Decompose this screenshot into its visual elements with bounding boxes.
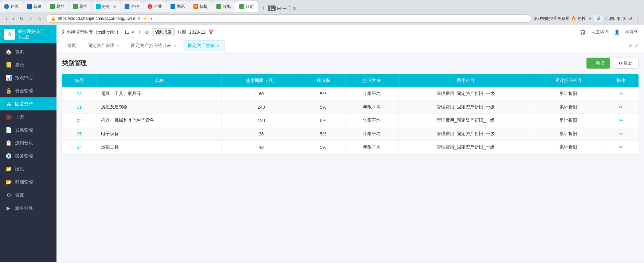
add-account-icon[interactable]: ＋ — [137, 28, 142, 36]
cell-period: 120 — [221, 114, 301, 127]
browser-tab-8[interactable]: 腾讯 — [166, 1, 189, 12]
grid-icon[interactable]: ⊞ — [617, 16, 620, 21]
sidebar-item-fund[interactable]: 🔒 资金管理 — [0, 84, 56, 97]
dropdown-icon[interactable]: ▾ — [132, 30, 134, 35]
browser-tab-7[interactable]: C 企业 — [143, 1, 166, 12]
sidebar-item-invoice[interactable]: 📄 发票管理 — [0, 123, 56, 136]
browser-tab-2[interactable]: 新建 — [23, 1, 46, 12]
cell-action[interactable]: ✏ — [604, 127, 639, 141]
browser-tab-1[interactable]: 在线 — [0, 1, 23, 12]
cell-code[interactable]: 04 — [62, 141, 97, 154]
sidebar-item-settle[interactable]: 📁 结账 — [0, 163, 56, 176]
wallet-icon[interactable]: ¥ — [605, 16, 607, 21]
back-button[interactable]: ‹ — [4, 14, 9, 23]
lightning-icon: ⚡ — [142, 16, 148, 21]
sidebar-label-tax: 税务管理 — [15, 153, 33, 159]
sidebar-label-fund: 资金管理 — [15, 88, 33, 94]
tab-window-close-icon[interactable]: ✕ — [628, 43, 632, 48]
sidebar-item-stock[interactable]: 📋 进销台账 — [0, 136, 56, 150]
switch-old-button[interactable]: 切到旧版 — [152, 28, 175, 36]
url-dropdown-icon[interactable]: ▾ — [150, 16, 152, 21]
search-label: 360智能抠图免费用 — [534, 16, 570, 22]
sidebar-item-salary[interactable]: 💼 工资 — [0, 110, 56, 123]
translate-icon[interactable]: 译 — [594, 15, 603, 22]
more-icon[interactable]: ⋮ — [634, 15, 640, 22]
cell-accum: 累计折旧 — [533, 141, 604, 154]
table-row: 01 房屋及建筑物 240 5% 年限平均 管理费用_固定资产折旧_一级 累计折… — [62, 100, 639, 114]
edit-icon[interactable]: ✏ — [619, 131, 623, 136]
sidebar-item-tax[interactable]: 💿 税务管理 — [0, 150, 56, 163]
fixed-icon: 🖨 — [5, 101, 12, 107]
cell-action[interactable]: ✏ — [604, 141, 639, 154]
cell-code[interactable]: 02 — [62, 114, 97, 127]
cell-accum: 累计折旧 — [533, 87, 604, 100]
cell-action[interactable]: ✏ — [604, 114, 639, 127]
tab-fixed-category-label: 固定资产类别 — [188, 43, 215, 49]
cell-code[interactable]: 01 — [62, 100, 97, 114]
col-header-action: 操作 — [604, 74, 639, 87]
tab-fixed-depreciation[interactable]: 固定资产折旧统计表 ✕ — [126, 40, 181, 51]
minimize-icon[interactable]: ─ — [282, 5, 286, 11]
scissors-icon[interactable]: ✂ — [589, 16, 592, 21]
edit-icon[interactable]: ✏ — [619, 144, 623, 150]
table-header-row: 编号 名称 使用期限（月） 残值率 折旧方法 费用科目 累计折旧科目 操作 — [62, 74, 639, 87]
browser-tab-5[interactable]: 好会 ✕ — [92, 1, 120, 12]
settings-icon[interactable]: ⚙ — [145, 29, 149, 35]
home-button[interactable]: ⌂ — [28, 14, 33, 23]
tab-home[interactable]: 首页 — [62, 40, 81, 51]
cell-expense: 管理费用_固定资产折旧_一级 — [398, 127, 533, 141]
sidebar-item-settings[interactable]: ⚙ 设置 — [0, 189, 56, 202]
site-info-icon[interactable]: ⊞ — [137, 16, 140, 21]
period-value: 2023-12 — [189, 29, 205, 35]
sidebar-item-archive[interactable]: 📂 归档管理 — [0, 176, 56, 189]
hot-icon: 🔥 — [571, 16, 576, 21]
game-icon[interactable]: 🎮 — [609, 16, 615, 21]
close-tab-fixed-mgmt-icon[interactable]: ✕ — [116, 44, 119, 48]
browser-tab-4[interactable]: 易代 — [69, 1, 91, 12]
edit-icon[interactable]: ✏ — [619, 118, 623, 123]
browser-tab-6[interactable]: 个税 — [121, 1, 143, 12]
sidebar-item-report[interactable]: 📊 报表中心 — [0, 71, 56, 84]
brightness-icon[interactable]: ☀ — [622, 16, 627, 21]
app-container: 会 畅捷通好会计 专业版 🏠 首页 📒 总账 📊 报表中心 🔒 资金管理 — [0, 25, 644, 262]
refresh-btn[interactable]: ↻ 刷新 — [613, 58, 639, 69]
sidebar-item-ledger[interactable]: 📒 总账 — [0, 58, 56, 71]
tab-window-max-icon[interactable]: ⤢ — [634, 43, 639, 48]
sidebar-item-home[interactable]: 🏠 首页 — [0, 45, 56, 58]
forward-button[interactable]: › — [11, 14, 16, 23]
tab-fixed-category[interactable]: 固定资产类别 ✕ — [183, 40, 225, 51]
close-tab-5-icon[interactable]: ✕ — [113, 4, 116, 9]
tab-menu-icon[interactable]: ⊟ — [277, 5, 281, 11]
new-tab-button[interactable]: ＋ — [261, 4, 266, 12]
close-tab-fixed-category-icon[interactable]: ✕ — [217, 44, 220, 48]
browser-tab-10[interactable]: 各地 — [212, 1, 235, 12]
consult-label[interactable]: 人工咨询 — [591, 29, 609, 35]
browser-tab-3[interactable]: 易代 — [46, 1, 68, 12]
content-area: 类别管理 + 新增 ↻ 刷新 编号 名称 使用期限（月） 残值率 — [56, 52, 644, 262]
sidebar-item-fixed[interactable]: 🖨 固定资产 — [0, 97, 56, 110]
sidebar-item-guide[interactable]: ▶ 新手引导 — [0, 202, 56, 215]
calendar-icon[interactable]: 📅 — [208, 29, 214, 35]
address-bar: ‹ › ↻ ⌂ ☆ 🔒 https://cloud.chanjet.com/ac… — [0, 12, 644, 25]
cell-code[interactable]: 03 — [62, 87, 97, 100]
cell-action[interactable]: ✏ — [604, 100, 639, 114]
url-text: https://cloud.chanjet.com/accounting/uw1… — [58, 16, 135, 21]
url-box[interactable]: 🔒 https://cloud.chanjet.com/accounting/u… — [46, 14, 531, 23]
close-browser-icon[interactable]: ✕ — [292, 5, 296, 11]
bookmark-button[interactable]: ☆ — [36, 14, 43, 23]
tab-fixed-mgmt[interactable]: 固定资产管理 ✕ — [83, 40, 125, 51]
browser-tab-11[interactable]: 目前 — [235, 1, 258, 12]
edit-icon[interactable]: ✏ — [619, 91, 623, 96]
refresh-button[interactable]: ↻ — [18, 14, 25, 23]
close-tab-fixed-depreciation-icon[interactable]: ✕ — [173, 44, 176, 48]
cell-code[interactable]: 05 — [62, 127, 97, 141]
browser-tab-9[interactable]: M 畅提 — [189, 1, 212, 12]
cell-name: 器具、工具、家具等 — [97, 87, 222, 100]
secure-icon: 🔒 — [51, 16, 56, 21]
cell-expense: 管理费用_固定资产折旧_一级 — [398, 141, 533, 154]
maximize-icon[interactable]: □ — [288, 5, 291, 11]
cell-action[interactable]: ✏ — [604, 87, 639, 100]
add-button[interactable]: + 新增 — [586, 58, 610, 69]
edit-icon[interactable]: ✏ — [619, 104, 623, 110]
undo-icon[interactable]: ↺ — [629, 16, 632, 21]
